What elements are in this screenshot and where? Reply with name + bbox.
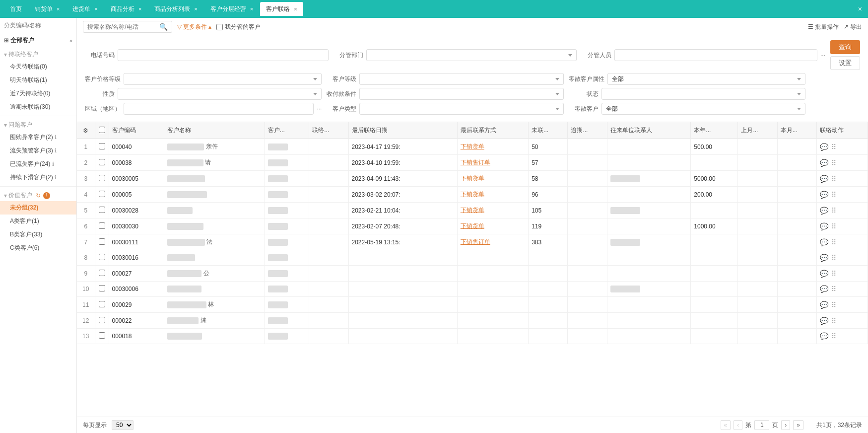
nav-product-analysis[interactable]: 商品分析 × (105, 2, 147, 16)
sidebar-item-churn-warning[interactable]: 流失预警客户(3) ℹ (0, 144, 76, 157)
row-checkbox-9[interactable] (99, 285, 105, 291)
cell-last-contact-method-9[interactable] (457, 282, 528, 297)
contact-action-icon-10[interactable]: 💬 (820, 301, 828, 309)
sidebar-item-today-contact[interactable]: 今天待联络(0) (0, 60, 76, 73)
cell-checkbox-7[interactable] (95, 250, 109, 266)
row-checkbox-0[interactable] (99, 143, 105, 149)
product-analysis-close[interactable]: × (138, 6, 141, 12)
nav-sales[interactable]: 销货单 × (29, 2, 66, 16)
contact-method-link-6[interactable]: 下销售订单 (461, 238, 490, 245)
contact-method-link-5[interactable]: 下销货单 (461, 222, 484, 229)
contact-method-link-2[interactable]: 下销货单 (461, 175, 484, 182)
cell-checkbox-5[interactable] (95, 218, 109, 234)
cell-checkbox-3[interactable] (95, 187, 109, 203)
batch-ops-button[interactable]: ☰ 批量操作 (808, 23, 839, 31)
price-tier-select[interactable] (124, 73, 322, 85)
contact-action-icon-1[interactable]: 💬 (820, 159, 828, 167)
nav-product-analysis-list[interactable]: 商品分析列表 × (148, 2, 203, 16)
contact-action-icon-0[interactable]: 💬 (820, 143, 828, 151)
filter-search-icon[interactable]: 🔍 (159, 23, 168, 31)
more-action-icon-2[interactable]: ⠿ (831, 175, 836, 183)
th-last-month[interactable]: 上月... (738, 122, 777, 139)
sidebar-item-b-class[interactable]: B类客户(33) (0, 228, 76, 241)
sales-close[interactable]: × (57, 6, 60, 12)
group-pending-contact[interactable]: 待联络客户 (0, 48, 76, 60)
more-action-icon-3[interactable]: ⠿ (831, 191, 836, 199)
sidebar-item-overdue-contact[interactable]: 逾期未联络(30) (0, 100, 76, 114)
row-checkbox-12[interactable] (99, 332, 105, 339)
contact-action-icon-6[interactable]: 💬 (820, 238, 828, 246)
th-last-contact-method[interactable]: 最后联系方式 (457, 122, 528, 139)
first-page-btn[interactable]: « (721, 420, 731, 430)
more-action-icon-11[interactable]: ⠿ (831, 317, 836, 325)
more-action-icon-6[interactable]: ⠿ (831, 238, 836, 246)
customer-tier-select[interactable] (359, 73, 563, 85)
cell-last-contact-method-3[interactable]: 下销货单 (457, 187, 528, 203)
contact-action-icon-3[interactable]: 💬 (820, 191, 828, 199)
cell-last-contact-method-5[interactable]: 下销货单 (457, 218, 528, 234)
retail-attr-select[interactable]: 全部 (607, 73, 805, 85)
more-action-icon-9[interactable]: ⠿ (831, 285, 836, 293)
cell-last-contact-method-4[interactable]: 下销货单 (457, 203, 528, 218)
row-checkbox-2[interactable] (99, 175, 105, 181)
row-checkbox-11[interactable] (99, 317, 105, 323)
gear-icon[interactable]: ⚙ (83, 127, 88, 134)
cell-checkbox-6[interactable] (95, 234, 109, 250)
th-contact[interactable]: 联络... (309, 122, 348, 139)
th-this-year[interactable]: 本年... (691, 122, 738, 139)
group-value-customer[interactable]: 价值客户 ↻ ! (0, 189, 76, 201)
th-checkbox[interactable] (95, 122, 109, 139)
sidebar-item-abnormal[interactable]: 囤购异常客户(2) ℹ (0, 131, 76, 144)
more-action-icon-4[interactable]: ⠿ (831, 207, 836, 215)
page-input[interactable] (754, 420, 769, 430)
row-checkbox-8[interactable] (99, 270, 105, 276)
sidebar-item-a-class[interactable]: A类客户(1) (0, 215, 76, 228)
sidebar-search-input[interactable] (4, 22, 77, 29)
row-checkbox-10[interactable] (99, 301, 105, 307)
row-checkbox-5[interactable] (99, 222, 105, 229)
cell-checkbox-9[interactable] (95, 282, 109, 297)
cell-checkbox-1[interactable] (95, 155, 109, 171)
cell-checkbox-10[interactable] (95, 297, 109, 313)
prev-page-btn[interactable]: ‹ (734, 420, 742, 430)
next-page-btn[interactable]: › (781, 420, 790, 430)
region-input[interactable] (124, 103, 314, 115)
sidebar-item-tomorrow-contact[interactable]: 明天待联络(1) (0, 73, 76, 87)
sidebar-item-churned[interactable]: 已流失客户(24) ℹ (0, 157, 76, 171)
purchase-close[interactable]: × (94, 6, 97, 12)
export-button[interactable]: ↗ 导出 (844, 23, 862, 31)
product-analysis-list-close[interactable]: × (194, 6, 197, 12)
nav-customer-contact[interactable]: 客户联络 × (260, 2, 303, 16)
th-no-contact[interactable]: 未联... (529, 122, 568, 139)
more-action-icon-10[interactable]: ⠿ (831, 301, 836, 309)
sidebar-item-ungroup[interactable]: 未分组(32) (0, 201, 76, 215)
cell-checkbox-0[interactable] (95, 139, 109, 155)
contact-action-icon-5[interactable]: 💬 (820, 222, 828, 230)
contact-method-link-4[interactable]: 下销货单 (461, 207, 484, 214)
more-action-icon-12[interactable]: ⠿ (831, 332, 836, 340)
refresh-icon[interactable]: ↻ (36, 192, 41, 199)
contact-action-icon-11[interactable]: 💬 (820, 317, 828, 325)
group-problem-customer[interactable]: 问题客户 (0, 118, 76, 131)
sidebar-item-c-class[interactable]: C类客户(6) (0, 241, 76, 255)
status-select[interactable] (601, 88, 805, 100)
th-code[interactable]: 客户编码 (109, 122, 164, 139)
contact-action-icon-2[interactable]: 💬 (820, 175, 828, 183)
contact-action-icon-12[interactable]: 💬 (820, 332, 828, 340)
cell-last-contact-method-7[interactable] (457, 250, 528, 266)
more-action-icon-7[interactable]: ⠿ (831, 254, 836, 262)
contact-method-link-3[interactable]: 下销货单 (461, 191, 484, 198)
select-all-checkbox[interactable] (99, 127, 105, 133)
region-dots[interactable]: ··· (317, 105, 322, 112)
customer-type-select[interactable] (359, 103, 563, 115)
contact-method-link-1[interactable]: 下销售订单 (461, 159, 490, 166)
reset-button[interactable]: 设置 (830, 56, 860, 70)
contact-method-link-0[interactable]: 下销货单 (461, 143, 484, 150)
cell-checkbox-4[interactable] (95, 203, 109, 218)
cell-last-contact-method-12[interactable] (457, 329, 528, 344)
per-page-select[interactable]: 50 (112, 420, 134, 430)
cell-last-contact-method-2[interactable]: 下销货单 (457, 171, 528, 187)
th-gear[interactable]: ⚙ (77, 122, 95, 139)
customer-contact-close[interactable]: × (294, 6, 297, 12)
row-checkbox-3[interactable] (99, 191, 105, 197)
